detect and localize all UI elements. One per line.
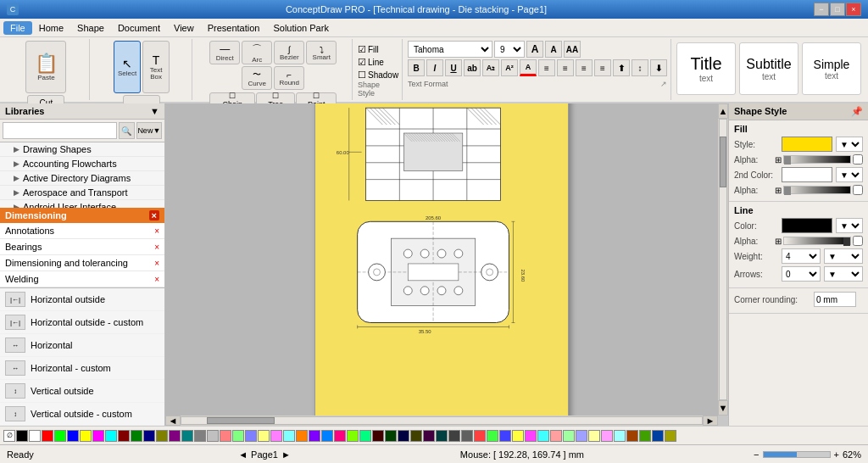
dim-tolerancing-item[interactable]: Dimensioning and tolerancing × [0, 255, 164, 271]
paste-button[interactable]: 📋 Paste [25, 41, 66, 93]
palette-color-swatch[interactable] [258, 430, 270, 442]
palette-color-swatch[interactable] [499, 430, 511, 442]
top-align-button[interactable]: ⬆ [613, 59, 630, 76]
dimensioning-close-button[interactable]: × [149, 210, 159, 220]
simple-text-button[interactable]: Simple text [802, 42, 861, 95]
palette-color-swatch[interactable] [372, 430, 384, 442]
palette-color-swatch[interactable] [436, 430, 448, 442]
palette-color-swatch[interactable] [321, 430, 333, 442]
menu-shape[interactable]: Shape [70, 21, 111, 35]
palette-color-swatch[interactable] [309, 430, 320, 442]
align-left-button[interactable]: ≡ [538, 59, 555, 76]
line-color-box[interactable] [782, 218, 832, 233]
palette-color-swatch[interactable] [614, 430, 626, 442]
maximize-button[interactable]: □ [830, 3, 845, 16]
font-size-increase-button[interactable]: A [526, 41, 543, 58]
palette-color-swatch[interactable] [80, 430, 92, 442]
canvas-area[interactable]: A—A [165, 103, 728, 426]
corner-rounding-input[interactable] [814, 292, 856, 307]
new-group-button[interactable]: New▼ [136, 122, 162, 139]
palette-color-swatch[interactable] [181, 430, 193, 442]
palette-color-swatch[interactable] [194, 430, 206, 442]
palette-color-swatch[interactable] [156, 430, 168, 442]
text-color-button[interactable]: A [520, 59, 537, 76]
palette-color-swatch[interactable] [576, 430, 587, 442]
menu-home[interactable]: Home [32, 21, 70, 35]
second-color-box[interactable] [782, 167, 832, 182]
subscript-button[interactable]: A₂ [482, 59, 499, 76]
menu-solution-park[interactable]: Solution Park [266, 21, 335, 35]
lib-item-active-directory[interactable]: ▶ Active Directory Diagrams [0, 171, 164, 186]
line-alpha-slider[interactable] [783, 237, 851, 245]
palette-color-swatch[interactable] [334, 430, 346, 442]
palette-color-swatch[interactable] [448, 430, 460, 442]
menu-file[interactable]: File [3, 21, 32, 35]
page-nav-next[interactable]: ► [281, 449, 291, 460]
vertical-scrollbar[interactable]: ▲ ▼ [718, 103, 728, 416]
palette-color-swatch[interactable] [118, 430, 130, 442]
weight-select[interactable]: 4 1 2 3 [782, 248, 821, 264]
superscript-button[interactable]: A² [501, 59, 518, 76]
font-size-select[interactable]: 9 [494, 41, 525, 58]
arrows-type-select[interactable]: ▼ [824, 266, 863, 282]
arrows-select[interactable]: 0 1 2 [782, 266, 821, 282]
palette-color-swatch[interactable] [550, 430, 562, 442]
palette-color-swatch[interactable] [270, 430, 282, 442]
palette-color-swatch[interactable] [16, 430, 28, 442]
weight-type-select[interactable]: ▼ [824, 248, 863, 264]
italic-button[interactable]: I [426, 59, 443, 76]
alpha2-slider[interactable] [783, 186, 851, 194]
palette-color-swatch[interactable] [67, 430, 79, 442]
palette-color-swatch[interactable] [461, 430, 473, 442]
palette-color-swatch[interactable] [220, 430, 231, 442]
fill-color-box[interactable] [782, 137, 832, 152]
welding-close[interactable]: × [154, 275, 159, 284]
font-name-select[interactable]: Tahoma [408, 41, 492, 58]
arc-button[interactable]: ⌒ Arc [242, 41, 272, 64]
palette-color-swatch[interactable] [232, 430, 244, 442]
palette-color-swatch[interactable] [601, 430, 613, 442]
page-nav-prev[interactable]: ◄ [238, 449, 248, 460]
menu-view[interactable]: View [167, 21, 201, 35]
close-button[interactable]: × [846, 3, 861, 16]
dim-shape-vertical-outside[interactable]: ↕ Vertical outside [0, 380, 164, 403]
scroll-right-button[interactable]: ► [703, 416, 718, 426]
palette-color-swatch[interactable] [245, 430, 257, 442]
align-justify-button[interactable]: ≡ [594, 59, 611, 76]
palette-color-swatch[interactable] [385, 430, 397, 442]
palette-color-swatch[interactable] [537, 430, 549, 442]
bottom-align-button[interactable]: ⬇ [650, 59, 667, 76]
palette-color-swatch[interactable] [525, 430, 537, 442]
search-input[interactable] [3, 122, 117, 139]
palette-color-swatch[interactable] [207, 430, 219, 442]
palette-color-swatch[interactable] [410, 430, 422, 442]
annotations-close[interactable]: × [154, 226, 159, 236]
dim-shape-vertical-outside-custom[interactable]: ↕ Vertical outside - custom [0, 403, 164, 426]
palette-color-swatch[interactable] [169, 430, 181, 442]
libraries-menu-button[interactable]: ▼ [150, 106, 159, 116]
palette-color-swatch[interactable] [54, 430, 66, 442]
bezier-button[interactable]: ∫ Bezier [274, 41, 304, 64]
zoom-in-button[interactable]: + [834, 449, 839, 460]
palette-color-swatch[interactable] [652, 430, 664, 442]
palette-color-swatch[interactable] [131, 430, 142, 442]
palette-color-swatch[interactable] [639, 430, 651, 442]
palette-color-swatch[interactable] [563, 430, 575, 442]
menu-presentation[interactable]: Presentation [201, 21, 267, 35]
palette-color-swatch[interactable] [296, 430, 308, 442]
alpha2-checkbox[interactable] [853, 185, 863, 195]
no-color-swatch[interactable]: ∅ [3, 430, 15, 442]
palette-color-swatch[interactable] [588, 430, 600, 442]
palette-color-swatch[interactable] [29, 430, 41, 442]
minimize-button[interactable]: − [814, 3, 829, 16]
curve-button[interactable]: 〜 Curve [242, 66, 272, 90]
lib-item-android[interactable]: ▶ Android User Interface [0, 200, 164, 208]
bearings-item[interactable]: Bearings × [0, 239, 164, 255]
palette-color-swatch[interactable] [474, 430, 486, 442]
canvas-scroll[interactable]: A—A [165, 103, 718, 416]
dim-shape-horizontal-custom[interactable]: ↔ Horizontal - custom [0, 357, 164, 380]
shape-style-pin-button[interactable]: 📌 [851, 106, 863, 117]
bold-button[interactable]: B [408, 59, 425, 76]
welding-item[interactable]: Welding × [0, 271, 164, 287]
lib-item-accounting[interactable]: ▶ Accounting Flowcharts [0, 157, 164, 171]
